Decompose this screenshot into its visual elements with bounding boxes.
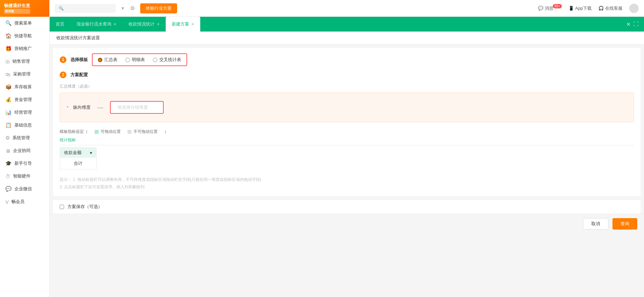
legend-draggable: 可拖动位置 <box>95 129 121 135</box>
radio-detail-input[interactable] <box>125 58 130 62</box>
sidebar-label-5: 库存核算 <box>14 84 32 90</box>
sidebar: 畅捷通好生意 标准版 🔍搜索菜单🏠快捷导航🎁营销推广◎销售管理🛍采购管理📦库存核… <box>0 0 50 297</box>
sidebar-item-13[interactable]: 💬企业微信 <box>0 183 49 195</box>
radio-crosstab[interactable]: 交叉统计表 <box>153 57 181 63</box>
radio-summary[interactable]: 汇总表 <box>98 57 117 63</box>
metrics-stat-label: 统计指标 <box>60 137 634 145</box>
sidebar-item-6[interactable]: 💰资金管理 <box>0 93 49 106</box>
download-label: App下载 <box>575 5 592 11</box>
topbar-search[interactable]: 🔍 <box>55 4 115 12</box>
form-section: 1 选择模板 汇总表 明细表 交叉统计表 <box>53 48 641 196</box>
step1-label: 选择模板 <box>70 57 88 63</box>
dim-arrow-icon: — <box>97 104 103 111</box>
sidebar-item-12[interactable]: ⏱智能硬件 <box>0 170 49 183</box>
app-logo: 畅捷通好生意 标准版 <box>0 0 49 17</box>
radio-crosstab-input[interactable] <box>153 58 157 62</box>
cancel-button[interactable]: 取消 <box>583 218 608 230</box>
page-title-bar: 收款情况统计方案设置 <box>50 32 644 45</box>
dim-select-box[interactable]: 请选择分组维度 <box>110 101 164 114</box>
search-icon: 🔍 <box>59 6 64 11</box>
dim-vertical-label: 纵向维度 <box>73 104 91 110</box>
metrics-section-close: ） <box>164 129 168 135</box>
query-button[interactable]: 查询 <box>612 218 637 230</box>
tab-bank-flow[interactable]: 现金银行流水查询 ✕ <box>70 17 122 32</box>
save-checkbox[interactable] <box>60 205 64 209</box>
tab-home-label: 首页 <box>56 21 64 27</box>
tab-new-scheme[interactable]: 新建方案 ✕ <box>166 17 200 32</box>
metrics-card-header[interactable]: 收款金额 ▾ <box>60 148 96 158</box>
notification-item[interactable]: 💬 消息 99+ <box>538 5 562 11</box>
metrics-legend: 模板指标设定（ 可拖动位置 不可拖动位置 ） <box>60 129 634 135</box>
sidebar-item-0[interactable]: 🔍搜索菜单 <box>0 17 49 30</box>
sidebar-label-4: 采购管理 <box>13 71 31 77</box>
step2-badge: 2 <box>60 71 66 78</box>
tab-receipt-stats[interactable]: 收款情况统计 ✕ <box>122 17 166 32</box>
legend-fixed-dot <box>127 130 131 134</box>
user-avatar[interactable] <box>629 4 639 13</box>
step2-row: 2 方案配置 <box>60 71 634 78</box>
legend-draggable-dot <box>95 130 99 134</box>
main-area: 🔍 ▼ ⚙ 体验行业方案 💬 消息 99+ 📱 App下载 🎧 在线客服 <box>50 0 644 297</box>
sidebar-label-7: 经营管理 <box>14 109 32 115</box>
radio-summary-input[interactable] <box>98 58 102 62</box>
sidebar-item-2[interactable]: 🎁营销推广 <box>0 42 49 55</box>
metrics-section: 模板指标设定（ 可拖动位置 不可拖动位置 ） 统计指标 收款金额 <box>60 129 634 191</box>
step2-label: 方案配置 <box>70 72 88 78</box>
sidebar-icon-5: 📦 <box>5 84 12 90</box>
tab-expand-icon[interactable]: ⛶ <box>633 21 639 27</box>
tab-bank-flow-close[interactable]: ✕ <box>113 22 116 27</box>
tab-close-all-icon[interactable]: ✕ <box>626 21 631 28</box>
sidebar-icon-4: 🛍 <box>5 71 10 77</box>
sidebar-item-10[interactable]: 🖥企业协同 <box>0 144 49 157</box>
sidebar-label-6: 资金管理 <box>14 97 32 103</box>
sidebar-item-8[interactable]: 📋基础信息 <box>0 119 49 132</box>
metrics-card-body: 合计 <box>60 158 96 169</box>
service-label: 在线客服 <box>605 5 623 11</box>
dimension-title: 汇总维度（必选） <box>60 84 634 89</box>
dim-select-placeholder: 请选择分组维度 <box>117 105 148 110</box>
radio-detail-label[interactable]: 明细表 <box>132 57 145 63</box>
industry-btn[interactable]: 体验行业方案 <box>140 3 177 13</box>
legend-draggable-label: 可拖动位置 <box>101 129 121 135</box>
sidebar-item-9[interactable]: ⚙系统管理 <box>0 132 49 144</box>
template-options: 汇总表 明细表 交叉统计表 <box>92 53 187 66</box>
tab-right-actions: ✕ ⛶ <box>626 21 644 28</box>
dim-required-star: * <box>67 105 68 110</box>
service-item[interactable]: 🎧 在线客服 <box>598 5 623 11</box>
legend-fixed: 不可拖动位置 <box>127 129 158 135</box>
sidebar-item-7[interactable]: 📊经营管理 <box>0 106 49 119</box>
metrics-card-header-text: 收款金额 <box>64 150 82 156</box>
radio-crosstab-label[interactable]: 交叉统计表 <box>159 57 181 63</box>
sidebar-item-14[interactable]: V畅会员 <box>0 195 49 208</box>
tip-1: 提示： 1. 拖动标题栏可以调整布局，不可跨维度或指标区域拖动栏目字段(只能在同… <box>60 176 634 184</box>
radio-detail[interactable]: 明细表 <box>125 57 145 63</box>
topbar-dropdown-arrow[interactable]: ▼ <box>121 6 125 11</box>
dimension-title-text: 汇总维度（必选） <box>60 84 92 89</box>
tab-home[interactable]: 首页 <box>50 17 70 32</box>
sidebar-label-8: 基础信息 <box>14 122 32 128</box>
sidebar-icon-6: 💰 <box>5 97 12 103</box>
tab-new-scheme-close[interactable]: ✕ <box>191 22 194 27</box>
sidebar-icon-13: 💬 <box>5 186 12 192</box>
sidebar-icon-2: 🎁 <box>5 46 12 52</box>
sidebar-icon-9: ⚙ <box>5 135 10 141</box>
sidebar-item-11[interactable]: 🎓新手引导 <box>0 157 49 170</box>
sidebar-item-1[interactable]: 🏠快捷导航 <box>0 30 49 42</box>
tab-new-scheme-label: 新建方案 <box>172 21 189 27</box>
sidebar-icon-8: 📋 <box>5 122 12 128</box>
sidebar-item-3[interactable]: ◎销售管理 <box>0 55 49 68</box>
sidebar-item-4[interactable]: 🛍采购管理 <box>0 68 49 81</box>
tab-receipt-stats-close[interactable]: ✕ <box>157 22 160 27</box>
sidebar-icon-1: 🏠 <box>5 33 12 39</box>
metrics-card-dropdown-icon[interactable]: ▾ <box>90 150 92 155</box>
sidebar-label-0: 搜索菜单 <box>14 20 32 26</box>
notification-badge: 99+ <box>553 4 562 8</box>
metrics-card: 收款金额 ▾ 合计 <box>60 147 97 169</box>
radio-summary-label[interactable]: 汇总表 <box>104 57 117 63</box>
step1-row: 1 选择模板 汇总表 明细表 交叉统计表 <box>60 53 634 66</box>
download-item[interactable]: 📱 App下载 <box>569 5 592 11</box>
tab-receipt-stats-label: 收款情况统计 <box>128 21 155 27</box>
sidebar-label-14: 畅会员 <box>11 199 24 205</box>
topbar-gear-icon[interactable]: ⚙ <box>130 5 135 11</box>
sidebar-item-5[interactable]: 📦库存核算 <box>0 81 49 93</box>
